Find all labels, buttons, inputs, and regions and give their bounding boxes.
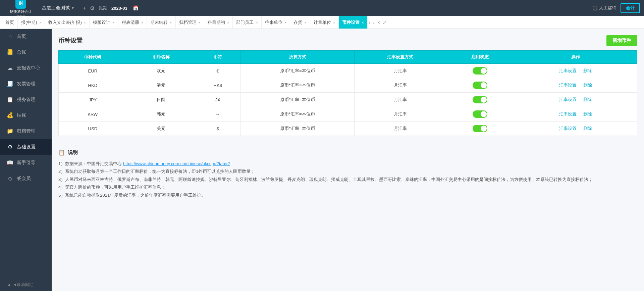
tab-subject-init[interactable]: 科目期初× xyxy=(204,16,233,29)
rate-setting-link[interactable]: 汇率设置 xyxy=(559,83,577,88)
period-value: 2023-03 xyxy=(111,6,127,11)
tab-inventory[interactable]: 存货× xyxy=(290,16,310,29)
cell-symbol: $ xyxy=(195,122,240,136)
cell-symbol: HK$ xyxy=(195,78,240,93)
tab-currency[interactable]: 币种设置× xyxy=(339,16,367,29)
tab-income-annual[interactable]: 收入支出表(年报)× xyxy=(45,16,90,29)
tab-template[interactable]: 模版设计× xyxy=(90,16,118,29)
account-button[interactable]: 会计 xyxy=(621,3,640,13)
tab-close-icon[interactable]: × xyxy=(170,20,172,25)
cell-rate-type: 月汇率 xyxy=(355,107,446,122)
sidebar-item-archive[interactable]: 📁 归档管理 xyxy=(0,123,52,139)
tab-close-icon[interactable]: × xyxy=(84,20,86,25)
tab-unit[interactable]: 计量单位× xyxy=(310,16,339,29)
toggle-enabled[interactable] xyxy=(473,125,487,132)
toggle-enabled[interactable] xyxy=(473,110,487,118)
toggle-enabled[interactable] xyxy=(473,67,487,75)
tab-close-icon[interactable]: × xyxy=(362,20,364,25)
tab-close-icon[interactable]: × xyxy=(304,20,306,25)
delete-link[interactable]: 删除 xyxy=(583,126,592,131)
cell-status xyxy=(446,93,514,107)
cell-name: 欧元 xyxy=(127,64,195,78)
rate-setting-link[interactable]: 汇率设置 xyxy=(559,111,577,116)
sidebar-item-invoice[interactable]: 🧾 发票管理 xyxy=(0,76,52,92)
tab-period-end[interactable]: 期末结转× xyxy=(147,16,175,29)
rate-setting-link[interactable]: 汇率设置 xyxy=(559,126,577,131)
tab-close-icon[interactable]: × xyxy=(112,20,114,25)
cloud-icon: ☁ xyxy=(7,65,13,71)
tab-archive[interactable]: 归档管理× xyxy=(176,16,204,29)
delete-link[interactable]: 删除 xyxy=(583,68,592,73)
content-area: 币种设置 新增币种 币种代码 币种名称 币符 折算方式 汇率设置方式 启用状态 … xyxy=(52,29,644,291)
tab-expand-button[interactable]: ⤢ xyxy=(381,20,388,25)
cell-rate-type: 月汇率 xyxy=(355,78,446,93)
tab-counterparty[interactable]: 往来单位× xyxy=(262,16,290,29)
sidebar-item-guide[interactable]: 📖 新手引导 xyxy=(0,155,52,171)
cell-name: 日圆 xyxy=(127,93,195,107)
cell-calc: 原币*汇率=本位币 xyxy=(240,93,355,107)
sidebar-item-home[interactable]: ⌂ 首页 xyxy=(0,29,52,44)
cell-symbol: J¥ xyxy=(195,93,240,107)
tab-close-icon[interactable]: × xyxy=(256,20,258,25)
col-header-name: 币种名称 xyxy=(127,51,195,64)
sidebar-item-tax[interactable]: 📋 税务管理 xyxy=(0,92,52,107)
col-header-rate-type: 汇率设置方式 xyxy=(355,51,446,64)
sidebar-pin-toggle[interactable]: ◄ ◄取消固定 xyxy=(0,279,52,291)
new-currency-button[interactable]: 新增币种 xyxy=(606,35,637,46)
tab-close-icon[interactable]: × xyxy=(199,20,201,25)
tab-department[interactable]: 部门员工× xyxy=(233,16,261,29)
rate-setting-link[interactable]: 汇率设置 xyxy=(559,97,577,102)
sidebar-item-cloud-reports[interactable]: ☁ 云报表中心 xyxy=(0,60,52,76)
cell-rate-type: 月汇率 xyxy=(355,93,446,107)
tab-close-all-button[interactable]: × xyxy=(376,20,381,25)
note-item: 1）数据来源：中国外汇交易中心 https://www.chinamoney.c… xyxy=(58,160,637,167)
sidebar-item-label: 发票管理 xyxy=(17,81,36,87)
sidebar-item-ledger[interactable]: 📒 总账 xyxy=(0,44,52,60)
archive-icon: 📁 xyxy=(7,128,13,134)
table-container: 币种代码 币种名称 币符 折算方式 汇率设置方式 启用状态 操作 EUR 欧元 … xyxy=(52,50,644,136)
cell-action: 汇率设置 删除 xyxy=(514,78,637,93)
toggle-enabled[interactable] xyxy=(473,96,487,103)
sidebar-item-label: 畅会员 xyxy=(17,176,31,182)
settings-icon: ⚙ xyxy=(7,144,13,150)
guide-icon: 📖 xyxy=(7,159,13,166)
tab-home[interactable]: 首页 xyxy=(2,16,18,29)
pin-icon: ◄ xyxy=(7,283,11,287)
cell-calc: 原币*汇率=本位币 xyxy=(240,122,355,136)
delete-link[interactable]: 删除 xyxy=(583,111,592,116)
support-button[interactable]: 🎧 人工咨询 xyxy=(592,5,616,11)
cell-name: 港元 xyxy=(127,78,195,93)
tab-report-mid[interactable]: 报(中期)× xyxy=(18,16,45,29)
tab-next-button[interactable]: › xyxy=(372,20,376,25)
tab-close-icon[interactable]: × xyxy=(284,20,286,25)
delete-link[interactable]: 删除 xyxy=(583,97,592,102)
logo-icon: 财 xyxy=(15,0,26,9)
tab-tax[interactable]: 税表清册× xyxy=(118,16,147,29)
tab-close-icon[interactable]: × xyxy=(39,20,41,25)
membership-icon: ◇ xyxy=(7,175,13,182)
currency-table: 币种代码 币种名称 币符 折算方式 汇率设置方式 启用状态 操作 EUR 欧元 … xyxy=(58,50,637,136)
main-layout: ⌂ 首页 📒 总账 ☁ 云报表中心 🧾 发票管理 📋 税务管理 💰 结账 📁 归… xyxy=(0,29,644,291)
tab-close-icon[interactable]: × xyxy=(227,20,229,25)
cell-name: 美元 xyxy=(127,122,195,136)
table-row: EUR 欧元 € 原币*汇率=本位币 月汇率 汇率设置 删除 xyxy=(59,64,637,78)
settings-icon[interactable]: ⚙ xyxy=(90,5,95,11)
sidebar-item-membership[interactable]: ◇ 畅会员 xyxy=(0,171,52,186)
top-header: 财 畅捷通好会计 旗舰版 基层工会测试 ▾ ＋ ⚙ 账期 2023-03 📅 🎧… xyxy=(0,0,644,16)
cell-code: EUR xyxy=(59,64,127,78)
cell-code: JPY xyxy=(59,93,127,107)
rate-setting-link[interactable]: 汇率设置 xyxy=(559,68,577,73)
delete-link[interactable]: 删除 xyxy=(583,83,592,88)
calendar-icon[interactable]: 📅 xyxy=(133,5,139,11)
tab-close-icon[interactable]: × xyxy=(333,20,335,25)
tab-close-icon[interactable]: × xyxy=(141,20,143,25)
sidebar-item-checkout[interactable]: 💰 结账 xyxy=(0,107,52,123)
cell-calc: 原币*汇率=本位币 xyxy=(240,107,355,122)
toggle-enabled[interactable] xyxy=(473,82,487,89)
company-selector[interactable]: 基层工会测试 ▾ xyxy=(42,5,74,11)
chinamoney-link[interactable]: https://www.chinamoney.com.cn/chinese/bk… xyxy=(123,161,230,166)
sidebar-item-label: 总账 xyxy=(17,49,26,55)
sidebar-item-settings[interactable]: ⚙ 基础设置 xyxy=(0,139,52,155)
add-tab-button[interactable]: ＋ xyxy=(82,5,87,12)
tab-prev-button[interactable]: ‹ xyxy=(368,20,372,25)
